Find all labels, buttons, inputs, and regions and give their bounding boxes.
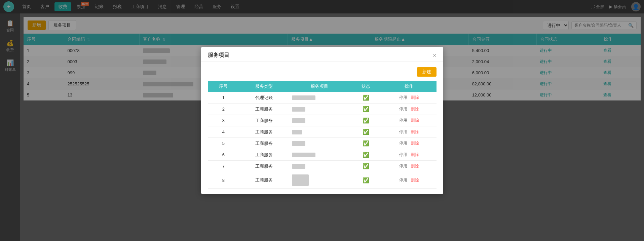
mcell-status: ✅ (350, 92, 382, 104)
list-item: 7 工商服务 ████ ✅ 停用 删除 (208, 161, 437, 172)
modal-table-wrap: 序号 服务类型 服务项目 状态 操作 1 代理记账 ██████1 ✅ 停用 删… (208, 81, 437, 189)
mcell-seq: 5 (208, 138, 239, 149)
mcell-type: 工商服务 (239, 138, 289, 149)
stop-button[interactable]: 停用 (399, 118, 407, 123)
mcell-action: 停用 删除 (382, 104, 436, 115)
mcell-seq: 2 (208, 104, 239, 115)
mcell-type: 工商服务 (239, 149, 289, 161)
mcell-seq: 7 (208, 161, 239, 172)
stop-button[interactable]: 停用 (399, 107, 407, 111)
mcell-type: 工商服务 (239, 126, 289, 138)
mcell-status: ✅ (350, 104, 382, 115)
list-item: 8 工商服务 ████注册 ✅ 停用 删除 (208, 172, 437, 189)
status-check-icon: ✅ (363, 106, 369, 112)
delete-button[interactable]: 删除 (411, 178, 419, 183)
mth-status: 状态 (350, 81, 382, 92)
mcell-seq: 8 (208, 172, 239, 189)
mth-action: 操作 (382, 81, 436, 92)
list-item: 3 工商服务 ████ ✅ 停用 删除 (208, 115, 437, 126)
list-item: 2 工商服务 ████ ✅ 停用 删除 (208, 104, 437, 115)
mcell-action: 停用 删除 (382, 126, 436, 138)
mcell-action: 停用 删除 (382, 138, 436, 149)
mcell-status: ✅ (350, 126, 382, 138)
status-check-icon: ✅ (363, 163, 369, 169)
status-check-icon: ✅ (363, 177, 369, 183)
status-check-icon: ✅ (363, 152, 369, 158)
mcell-type: 工商服务 (239, 115, 289, 126)
mcell-status: ✅ (350, 161, 382, 172)
mcell-item: ████ (289, 138, 350, 149)
mcell-item: ████ (289, 104, 350, 115)
mcell-action: 停用 删除 (382, 115, 436, 126)
status-check-icon: ✅ (363, 118, 369, 123)
mcell-status: ✅ (350, 172, 382, 189)
stop-button[interactable]: 停用 (399, 95, 407, 100)
delete-button[interactable]: 删除 (411, 152, 419, 157)
list-item: 5 工商服务 ████ ✅ 停用 删除 (208, 138, 437, 149)
new-service-button[interactable]: 新建 (417, 67, 437, 77)
modal-overlay[interactable]: 服务项目 × 新建 序号 服务类型 服务项目 状态 操作 (0, 0, 644, 241)
modal-toolbar: 新建 (208, 67, 437, 77)
mcell-action: 停用 删除 (382, 172, 436, 189)
mcell-type: 代理记账 (239, 92, 289, 104)
delete-button[interactable]: 删除 (411, 107, 419, 111)
mcell-seq: 3 (208, 115, 239, 126)
list-item: 1 代理记账 ██████1 ✅ 停用 删除 (208, 92, 437, 104)
stop-button[interactable]: 停用 (399, 141, 407, 146)
mcell-status: ✅ (350, 138, 382, 149)
delete-button[interactable]: 删除 (411, 141, 419, 146)
mcell-item: ██████1 (289, 92, 350, 104)
modal-title: 服务项目 (208, 52, 229, 59)
mth-type: 服务类型 (239, 81, 289, 92)
mcell-item: ████注册 (289, 172, 350, 189)
mcell-item: ███ (289, 126, 350, 138)
mcell-type: 工商服务 (239, 104, 289, 115)
mcell-item: ████████ (289, 149, 350, 161)
stop-button[interactable]: 停用 (399, 129, 407, 134)
stop-button[interactable]: 停用 (399, 178, 407, 183)
modal-close-button[interactable]: × (433, 52, 437, 58)
mcell-action: 停用 删除 (382, 149, 436, 161)
delete-button[interactable]: 删除 (411, 164, 419, 168)
mcell-action: 停用 删除 (382, 92, 436, 104)
list-item: 4 工商服务 ███ ✅ 停用 删除 (208, 126, 437, 138)
mcell-item: ████ (289, 115, 350, 126)
mcell-action: 停用 删除 (382, 161, 436, 172)
delete-button[interactable]: 删除 (411, 118, 419, 123)
status-check-icon: ✅ (363, 129, 369, 135)
status-check-icon: ✅ (363, 140, 369, 146)
stop-button[interactable]: 停用 (399, 152, 407, 157)
mcell-item: ████ (289, 161, 350, 172)
mcell-seq: 6 (208, 149, 239, 161)
list-item: 6 工商服务 ████████ ✅ 停用 删除 (208, 149, 437, 161)
stop-button[interactable]: 停用 (399, 164, 407, 168)
mcell-seq: 1 (208, 92, 239, 104)
mcell-type: 工商服务 (239, 161, 289, 172)
delete-button[interactable]: 删除 (411, 95, 419, 100)
modal-body: 新建 序号 服务类型 服务项目 状态 操作 1 代理记账 (201, 62, 443, 194)
mcell-type: 工商服务 (239, 172, 289, 189)
status-check-icon: ✅ (363, 95, 369, 101)
modal-header: 服务项目 × (201, 47, 443, 62)
modal-service-table: 序号 服务类型 服务项目 状态 操作 1 代理记账 ██████1 ✅ 停用 删… (208, 81, 437, 189)
mth-item: 服务项目 (289, 81, 350, 92)
delete-button[interactable]: 删除 (411, 129, 419, 134)
mcell-seq: 4 (208, 126, 239, 138)
mcell-status: ✅ (350, 115, 382, 126)
service-modal: 服务项目 × 新建 序号 服务类型 服务项目 状态 操作 (201, 47, 443, 194)
mth-seq: 序号 (208, 81, 239, 92)
mcell-status: ✅ (350, 149, 382, 161)
